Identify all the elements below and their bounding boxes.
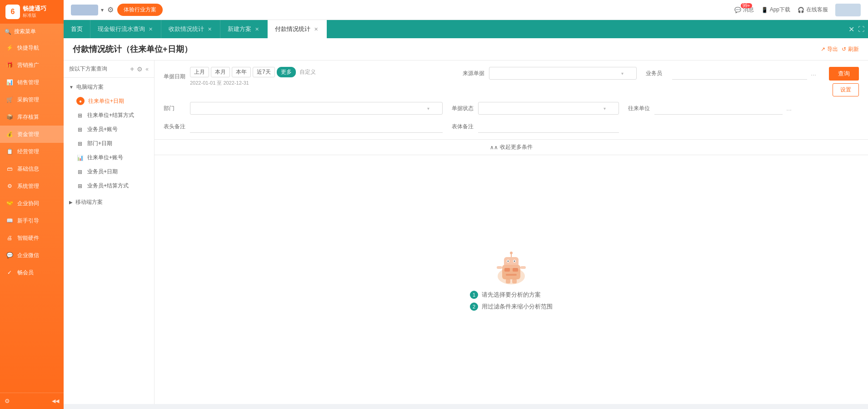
- marketing-icon: 🎁: [5, 61, 14, 69]
- scheme-icon-6: ⊞: [76, 182, 84, 190]
- svg-rect-4: [506, 274, 517, 276]
- unit-more-btn[interactable]: ...: [786, 105, 792, 112]
- sidebar-item-funds[interactable]: 💰 资金管理: [0, 126, 64, 143]
- scheme-collapse-button[interactable]: «: [145, 66, 149, 72]
- date-btn-last-month[interactable]: 上月: [190, 67, 209, 77]
- filter-row-3: 表头备注 表体备注: [164, 120, 859, 133]
- tab-receipts[interactable]: 收款情况统计 ✕: [161, 20, 220, 38]
- tab-bank[interactable]: 现金银行流水查询 ✕: [90, 20, 161, 38]
- scheme-setting-button[interactable]: ⚙: [137, 66, 143, 73]
- salesperson-more-btn[interactable]: ...: [811, 70, 816, 77]
- content-wrapper: 按以下方案查询 + ⚙ « ▼ 电脑端方案 ● 往来单位+日: [64, 61, 868, 404]
- empty-hint-2: 2 用过滤条件来缩小分析范围: [470, 303, 553, 311]
- sales-icon: 📊: [5, 78, 14, 86]
- sidebar-search[interactable]: 🔍 搜索菜单: [0, 24, 64, 39]
- date-btn-this-month[interactable]: 本月: [211, 67, 230, 77]
- wechat-icon: 💬: [5, 251, 14, 259]
- scheme-item-unit-account[interactable]: 📊 往来单位+账号: [64, 151, 154, 165]
- scheme-item-staff-date[interactable]: ⊞ 业务员+日期: [64, 165, 154, 179]
- scheme-add-button[interactable]: +: [130, 66, 134, 73]
- svg-rect-3: [513, 268, 518, 272]
- user-avatar[interactable]: [835, 4, 861, 16]
- svg-point-11: [510, 252, 513, 254]
- tab-bank-close[interactable]: ✕: [148, 26, 154, 33]
- scheme-pc-group-header[interactable]: ▼ 电脑端方案: [64, 81, 154, 94]
- svg-rect-14: [506, 279, 510, 283]
- sidebar-item-quick-nav[interactable]: ⚡ 快捷导航: [0, 39, 64, 56]
- sidebar-footer: ⚙ ◀◀: [0, 393, 64, 409]
- app-download-button[interactable]: 📱 App下载: [761, 6, 790, 14]
- topbar-gear-icon[interactable]: ⚙: [107, 5, 114, 14]
- sidebar-item-inventory[interactable]: 📦 库存核算: [0, 108, 64, 126]
- scheme-icon-4: 📊: [76, 154, 84, 162]
- sidebar-item-member[interactable]: ✓ 畅会员: [0, 264, 64, 281]
- filter-date-item: 单据日期 上月 本月 本年 近7天 更多 自定义 20: [164, 67, 454, 86]
- guide-icon: 📖: [5, 217, 14, 225]
- sidebar-item-operations[interactable]: 📋 经营管理: [0, 143, 64, 160]
- footer-settings-icon[interactable]: ⚙: [5, 398, 10, 404]
- tab-close-all-icon[interactable]: ✕: [848, 25, 854, 34]
- filter-salesperson-item: 业务员 ...: [646, 67, 820, 80]
- scheme-active-dot: ●: [76, 97, 85, 105]
- hint-num-1: 1: [470, 291, 478, 299]
- date-label: 单据日期: [164, 73, 186, 81]
- source-select[interactable]: ▾: [489, 67, 637, 80]
- tab-payments-close[interactable]: ✕: [313, 26, 319, 33]
- scheme-item-staff-settle[interactable]: ⊞ 业务员+结算方式: [64, 179, 154, 193]
- setting-button[interactable]: 设置: [833, 83, 859, 96]
- topbar-account[interactable]: ▾: [71, 5, 104, 15]
- tab-payments[interactable]: 付款情况统计 ✕: [268, 20, 327, 38]
- export-button[interactable]: ↗ 导出: [821, 45, 838, 53]
- account-avatar: [71, 5, 98, 15]
- sidebar-item-guide[interactable]: 📖 新手引导: [0, 212, 64, 229]
- dropdown-arrow[interactable]: ▾: [101, 7, 104, 13]
- sidebar-item-system[interactable]: ⚙ 系统管理: [0, 177, 64, 195]
- tab-new-scheme-close[interactable]: ✕: [254, 26, 260, 33]
- logo-text: 畅捷通巧 标准版: [23, 5, 46, 19]
- empty-robot-illustration: [489, 249, 534, 285]
- date-btn-7days[interactable]: 近7天: [253, 67, 275, 77]
- tab-home[interactable]: 首页: [64, 20, 90, 38]
- filter-unit-item: 往来单位 ...: [628, 102, 795, 115]
- scheme-item-unit-settle[interactable]: ⊞ 往来单位+结算方式: [64, 108, 154, 122]
- scheme-item-dept-date[interactable]: ⊞ 部门+日期: [64, 136, 154, 151]
- service-icon: 🎧: [798, 7, 804, 13]
- scheme-item-staff-account[interactable]: ⊞ 业务员+账号: [64, 122, 154, 136]
- pc-group-arrow: ▼: [69, 85, 74, 90]
- sidebar-item-marketing[interactable]: 🎁 营销推广: [0, 56, 64, 74]
- sidebar-item-sales[interactable]: 📊 销售管理: [0, 74, 64, 91]
- scheme-item-unit-date[interactable]: ● 往来单位+日期: [64, 94, 154, 108]
- date-btn-more[interactable]: 更多: [277, 67, 296, 77]
- scheme-icon-3: ⊞: [76, 140, 84, 147]
- tab-new-scheme[interactable]: 新建方案 ✕: [220, 20, 268, 38]
- collapse-bar[interactable]: ∧∧ 收起更多条件: [155, 140, 868, 155]
- unit-label: 往来单位: [628, 105, 651, 112]
- query-button[interactable]: 查询: [829, 67, 859, 81]
- filter-row-2: 部门 ▾ 单据状态 ▾: [164, 102, 859, 115]
- sidebar-item-collab[interactable]: 🤝 企业协同: [0, 195, 64, 212]
- footer-collapse-icon[interactable]: ◀◀: [52, 398, 59, 404]
- date-custom-label: 自定义: [299, 68, 316, 76]
- empty-state: 1 请先选择要分析的方案 2 用过滤条件来缩小分析范围: [155, 155, 868, 404]
- date-btn-this-year[interactable]: 本年: [232, 67, 251, 77]
- scheme-mobile-group[interactable]: ▶ 移动端方案: [64, 196, 154, 209]
- mobile-group-arrow: ▶: [69, 200, 73, 205]
- right-panel: 单据日期 上月 本月 本年 近7天 更多 自定义 20: [155, 61, 868, 404]
- svg-point-9: [514, 260, 515, 262]
- topbar: ▾ ⚙ 体验行业方案 💬 消息 99+ 📱 App下载 🎧 在线客服: [64, 0, 868, 20]
- trial-button[interactable]: 体验行业方案: [117, 4, 163, 16]
- header-note-input[interactable]: [190, 120, 443, 133]
- body-note-input[interactable]: [478, 120, 619, 133]
- refresh-button[interactable]: ↺ 刷新: [842, 45, 859, 53]
- docstatus-select[interactable]: ▾: [478, 102, 619, 115]
- sidebar-item-basic-info[interactable]: 🗃 基础信息: [0, 160, 64, 177]
- dept-select[interactable]: ▾: [190, 102, 443, 115]
- tab-expand-icon[interactable]: ⛶: [858, 25, 864, 33]
- sidebar-item-hardware[interactable]: 🖨 智能硬件: [0, 229, 64, 247]
- tab-receipts-close[interactable]: ✕: [207, 26, 213, 33]
- message-button[interactable]: 💬 消息 99+: [734, 6, 754, 14]
- sidebar-item-purchase[interactable]: 🛒 采购管理: [0, 91, 64, 108]
- filter-dept-item: 部门 ▾: [164, 102, 443, 115]
- sidebar-item-wechat[interactable]: 💬 企业微信: [0, 247, 64, 264]
- online-service-button[interactable]: 🎧 在线客服: [798, 6, 828, 14]
